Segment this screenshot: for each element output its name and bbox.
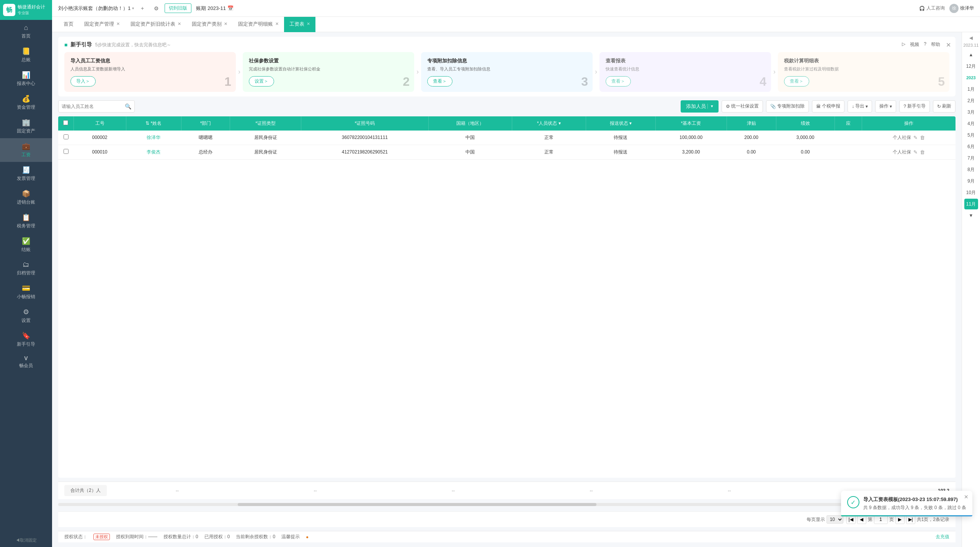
sidebar-item-fixed[interactable]: 🏢 固定资产 [0,114,52,138]
sidebar-item-settings[interactable]: ⚙ 设置 [0,304,52,328]
table-footer: 合计共（2）人 -- -- -- -- -- -- 103,2 [58,482,956,499]
period-selector[interactable]: 账期 2023-11 📅 [196,5,234,12]
scrollbar-thumb[interactable] [238,503,597,506]
tab-close-icon[interactable]: ✕ [116,21,120,26]
month-7[interactable]: 7月 [964,153,978,163]
sidebar-item-archive[interactable]: 🗂 归档管理 [0,257,52,280]
sidebar-item-home[interactable]: ⌂ 首页 [0,20,52,43]
tab-detail-label: 固定资产明细账 [238,21,273,28]
month-10[interactable]: 10月 [964,187,978,198]
step-4-btn[interactable]: 查看＞ [606,76,631,87]
sidebar-item-payroll[interactable]: 💼 工资 [0,138,52,162]
pagination: 每页显示 10 20 50 |◀ ◀ 第 页 ▶ ▶| 共1页，2条记录 [58,511,956,527]
row2-delete-icon[interactable]: 🗑 [920,149,925,155]
row2-name-link[interactable]: 李俊杰 [147,149,160,155]
guide-help-label[interactable]: 帮助 [931,41,940,48]
report-filter-icon[interactable]: ▾ [629,121,632,126]
settings-btn[interactable]: ⚙ [151,3,162,14]
charge-link[interactable]: 去充值 [936,534,949,540]
sort-icon[interactable]: ⇅ [145,121,149,126]
month-8[interactable]: 8月 [964,164,978,175]
action-btn[interactable]: 操作 ▾ [875,100,896,113]
sidebar-logo[interactable]: 畅 畅捷通好会计 专业版 [0,0,52,20]
tab-close-icon[interactable]: ✕ [275,21,279,26]
month-2[interactable]: 2月 [964,95,978,106]
sidebar-item-inventory[interactable]: 📦 进销台账 [0,186,52,209]
row1-action-link[interactable]: 个人社保 [893,134,911,141]
guide-close-btn[interactable]: ✕ [946,41,951,49]
special-deduction-btn[interactable]: 📎 专项附加扣除 [766,100,809,113]
month-11-current[interactable]: 11月 [964,199,978,209]
year-2023[interactable]: 2023 [964,72,978,83]
toast-close-btn[interactable]: ✕ [964,494,969,500]
month-9[interactable]: 9月 [964,176,978,186]
footer-dash-1: -- [110,488,245,493]
tab-category-label: 固定资产类别 [192,21,222,28]
row2-checkbox[interactable] [64,149,69,154]
add-account-btn[interactable]: ＋ [137,3,148,14]
search-icon[interactable]: 🔍 [125,103,131,109]
sidebar-item-label: 进销台账 [17,199,35,206]
add-employee-dropdown-icon[interactable]: ▾ [707,104,713,109]
tab-close-icon[interactable]: ✕ [178,21,181,26]
tabbar: 首页 固定资产管理 ✕ 固定资产折旧统计表 ✕ 固定资产类别 ✕ 固定资产明细账… [52,17,980,32]
add-employee-btn[interactable]: 添加人员 ▾ [681,100,719,113]
tab-detail[interactable]: 固定资产明细账 ✕ [233,17,284,32]
row2-edit-icon[interactable]: ✎ [913,149,918,155]
new-guide-btn[interactable]: ? 新手引导 [899,100,930,113]
tab-category[interactable]: 固定资产类别 ✕ [186,17,233,32]
row1-delete-icon[interactable]: 🗑 [920,135,925,140]
step-5-btn[interactable]: 查看＞ [784,76,809,87]
month-down-btn[interactable]: ▼ [964,210,978,221]
sidebar-item-reports[interactable]: 📊 报表中心 [0,67,52,91]
export-btn[interactable]: ↓ 导出 ▾ [848,100,872,113]
sidebar-item-invoice[interactable]: 🧾 发票管理 [0,162,52,186]
tab-fixed-assets[interactable]: 固定资产管理 ✕ [79,17,125,32]
user-menu[interactable]: 徐 徐泽华 [949,4,974,13]
sidebar-item-settle[interactable]: ✅ 结账 [0,233,52,257]
row2-action-link[interactable]: 个人社保 [893,149,911,155]
sidebar-item-member[interactable]: V 畅会员 [0,351,52,373]
row1-edit-icon[interactable]: ✎ [913,135,918,140]
collapse-btn[interactable]: ◀ [969,35,973,41]
refresh-btn[interactable]: ↻ 刷新 [933,100,956,113]
row1-name-link[interactable]: 徐泽华 [147,135,160,140]
account-selector[interactable]: 刘小艳演示账套（勿删勿动！）1 ▾ [58,5,134,12]
tab-depreciation[interactable]: 固定资产折旧统计表 ✕ [125,17,186,32]
sidebar-collapse-btn[interactable]: ◀取消固定 [0,534,52,547]
table-row: 000010 李俊杰 总经办 居民身份证 412702198206290521 … [58,145,956,159]
guide-title-bar: ■ 新手引导 5步快速完成设置，快去完善信息吧～ [64,41,949,48]
search-input[interactable] [62,104,123,109]
help-btn[interactable]: 🎧 人工咨询 [919,5,945,11]
tab-home[interactable]: 首页 [58,17,79,32]
month-12[interactable]: 12月 [964,61,978,72]
step-2-btn[interactable]: 设置＞ [249,76,274,87]
step-1-btn[interactable]: 导入＞ [70,76,96,87]
sidebar-item-ledger[interactable]: 📒 总账 [0,43,52,67]
sidebar-item-funds[interactable]: 💰 资金管理 [0,91,52,114]
step-3-btn[interactable]: 查看＞ [427,76,452,87]
horizontal-scrollbar[interactable] [58,503,956,506]
sidebar-item-expense[interactable]: 💳 小畅报销 [0,280,52,304]
social-security-btn[interactable]: ⚙ 统一社保设置 [722,100,763,113]
select-all-checkbox[interactable] [63,120,68,125]
used-label: 已用授权：0 [204,534,230,540]
version-switch-btn[interactable]: 切到旧版 [165,3,191,13]
month-5[interactable]: 5月 [964,130,978,140]
row1-checkbox[interactable] [64,134,69,139]
guide-video-label[interactable]: 视频 [910,41,919,48]
month-up-btn[interactable]: ▲ [964,49,978,60]
sidebar-item-newguide[interactable]: 🔖 新手引导 [0,328,52,351]
tab-close-active-icon[interactable]: ✕ [307,21,310,26]
guide-step-5: 税款计算明细表 查看税款计算过程及明细数据 查看＞ 5 [778,52,949,92]
month-4[interactable]: 4月 [964,118,978,129]
month-6[interactable]: 6月 [964,141,978,152]
month-3[interactable]: 3月 [964,107,978,118]
per-page-dropdown[interactable]: 10 20 50 [826,515,843,524]
tax-report-btn[interactable]: 🏛 个税申报 [812,100,844,113]
status-filter-icon[interactable]: ▾ [559,121,561,126]
month-1[interactable]: 1月 [964,84,978,95]
tab-close-icon[interactable]: ✕ [224,21,227,26]
tab-payroll-table[interactable]: 工资表 ✕ [284,17,315,32]
sidebar-item-tax[interactable]: 📋 税务管理 [0,209,52,233]
